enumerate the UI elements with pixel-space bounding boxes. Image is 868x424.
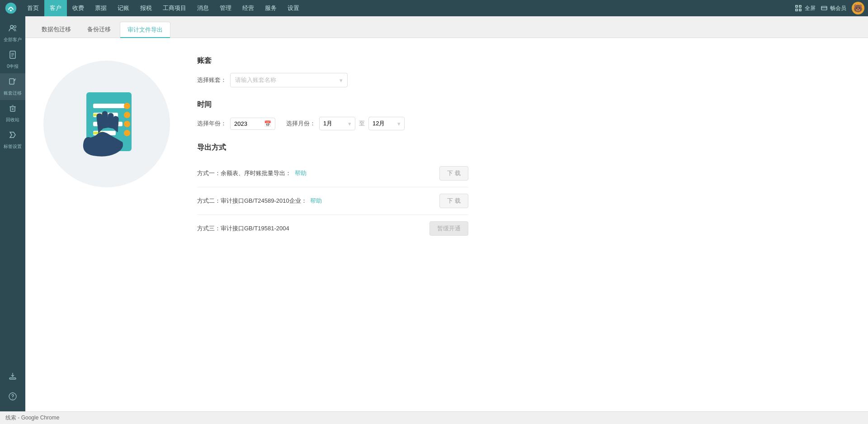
nav-settings[interactable]: 设置 <box>282 0 305 16</box>
svg-point-24 <box>124 112 130 118</box>
svg-point-9 <box>14 26 16 28</box>
svg-rect-6 <box>821 6 827 10</box>
sidebar-item-all-customers[interactable]: 全部客户 <box>0 20 25 47</box>
svg-rect-15 <box>9 378 16 379</box>
tag-settings-icon <box>8 130 17 142</box>
sidebar-label-all-customers: 全部客户 <box>4 37 22 43</box>
export-method-2-download-btn[interactable]: 下 载 <box>439 194 468 208</box>
svg-rect-4 <box>796 9 797 11</box>
tab-data-migrate[interactable]: 数据包迁移 <box>34 22 78 38</box>
recycle-icon <box>8 104 17 115</box>
year-input[interactable]: 2023 📅 <box>230 118 275 130</box>
export-method-1-download-btn[interactable]: 下 载 <box>439 166 468 181</box>
svg-rect-2 <box>796 5 797 7</box>
sidebar-item-account-migrate[interactable]: 账套迁移 <box>0 73 25 100</box>
svg-rect-5 <box>799 9 801 11</box>
month-start-value: 1月 <box>323 119 332 128</box>
time-row: 选择年份： 2023 📅 选择月份： 1月 ▾ 至 12月 ▾ <box>197 117 468 130</box>
export-method-1-label: 方式一：余额表、序时账批量导出： 帮助 <box>197 169 307 177</box>
svg-point-17 <box>12 398 13 399</box>
export-method-1: 方式一：余额表、序时账批量导出： 帮助 下 载 <box>197 160 468 187</box>
tabs-bar: 数据包迁移 备份迁移 审计文件导出 <box>25 16 868 38</box>
sidebar-label-account-migrate: 账套迁移 <box>4 90 22 96</box>
export-method-2-help[interactable]: 帮助 <box>310 197 322 204</box>
chevron-down-icon-month-start: ▾ <box>348 120 351 127</box>
svg-point-25 <box>124 121 130 127</box>
nav-business[interactable]: 工商项目 <box>157 0 192 16</box>
sidebar: 全部客户 0申报 账套迁移 <box>0 16 25 411</box>
svg-rect-19 <box>93 104 125 108</box>
sidebar-item-tag-settings[interactable]: 标签设置 <box>0 127 25 153</box>
nav-items: 首页 客户 收费 票据 记账 报税 工商项目 消息 管理 经营 服务 设置 <box>22 0 795 16</box>
hand-document-illustration <box>66 79 147 169</box>
nav-manage[interactable]: 管理 <box>214 0 237 16</box>
export-method-3-open-btn[interactable]: 暂缓开通 <box>429 221 468 236</box>
sidebar-label-recycle: 回收站 <box>6 117 19 123</box>
all-customers-icon <box>8 24 17 35</box>
account-migrate-icon <box>8 77 17 88</box>
sidebar-help-icon[interactable] <box>5 389 20 406</box>
status-text: 线索 - Google Chrome <box>5 414 59 422</box>
month-label: 选择月份： <box>286 119 316 128</box>
nav-bookkeeping[interactable]: 记账 <box>112 0 135 16</box>
chevron-down-icon-month-end: ▾ <box>397 120 401 127</box>
time-separator: 至 <box>359 119 365 128</box>
export-method-1-help[interactable]: 帮助 <box>295 170 307 176</box>
chevron-down-icon: ▾ <box>340 77 343 84</box>
account-select-placeholder: 请输入账套名称 <box>235 76 276 84</box>
user-avatar[interactable]: 🐻 <box>852 2 864 14</box>
export-method-3-label: 方式三：审计接口GB/T19581-2004 <box>197 224 289 233</box>
nav-service[interactable]: 服务 <box>259 0 282 16</box>
export-method-3: 方式三：审计接口GB/T19581-2004 暂缓开通 <box>197 215 468 242</box>
zero-declare-icon <box>8 50 17 62</box>
fullscreen-btn[interactable]: 全屏 <box>795 5 815 12</box>
svg-point-8 <box>10 25 13 28</box>
calendar-icon: 📅 <box>264 120 271 127</box>
svg-point-1 <box>10 10 12 12</box>
member-btn[interactable]: 畅会员 <box>821 5 846 12</box>
account-select-label: 选择账套： <box>197 76 226 84</box>
sidebar-label-tag-settings: 标签设置 <box>4 143 22 150</box>
status-bar: 线索 - Google Chrome <box>0 411 868 424</box>
account-select-row: 选择账套： 请输入账套名称 ▾ <box>197 73 468 87</box>
sidebar-item-recycle[interactable]: 回收站 <box>0 100 25 127</box>
svg-point-0 <box>5 3 17 14</box>
nav-home[interactable]: 首页 <box>22 0 44 16</box>
svg-rect-14 <box>9 79 14 84</box>
main-layout: 全部客户 0申报 账套迁移 <box>0 16 868 411</box>
sidebar-download-icon[interactable] <box>5 369 20 386</box>
year-label: 选择年份： <box>197 119 226 128</box>
nav-charge[interactable]: 收费 <box>67 0 90 16</box>
month-end-value: 12月 <box>373 119 385 128</box>
export-section-title: 导出方式 <box>197 143 468 152</box>
svg-point-26 <box>124 130 130 136</box>
form-area: 账套 选择账套： 请输入账套名称 ▾ 时间 选择年份： 2023 📅 <box>197 52 468 398</box>
nav-tax[interactable]: 报税 <box>135 0 157 16</box>
illustration-circle <box>43 61 170 187</box>
account-select[interactable]: 请输入账套名称 ▾ <box>230 73 348 87</box>
svg-point-23 <box>124 103 130 109</box>
tab-backup-migrate[interactable]: 备份迁移 <box>80 22 118 38</box>
illustration-area <box>43 52 170 398</box>
page-content: 账套 选择账套： 请输入账套名称 ▾ 时间 选择年份： 2023 📅 <box>25 38 868 411</box>
export-method-2-label: 方式二：审计接口GB/T24589-2010企业： 帮助 <box>197 197 322 205</box>
nav-message[interactable]: 消息 <box>192 0 214 16</box>
year-value: 2023 <box>234 120 247 127</box>
svg-rect-3 <box>799 5 801 7</box>
month-end-select[interactable]: 12月 ▾ <box>368 117 405 130</box>
sidebar-bottom <box>5 369 20 411</box>
sidebar-label-zero-declare: 0申报 <box>7 63 19 70</box>
account-section-title: 账套 <box>197 56 468 66</box>
export-method-2: 方式二：审计接口GB/T24589-2010企业： 帮助 下 载 <box>197 187 468 215</box>
nav-operate[interactable]: 经营 <box>237 0 259 16</box>
month-start-select[interactable]: 1月 ▾ <box>319 117 355 130</box>
app-logo <box>4 1 18 15</box>
content-area: 数据包迁移 备份迁移 审计文件导出 <box>25 16 868 411</box>
nav-invoice[interactable]: 票据 <box>90 0 112 16</box>
time-section-title: 时间 <box>197 100 468 110</box>
top-navbar: 首页 客户 收费 票据 记账 报税 工商项目 消息 管理 经营 服务 设置 全屏 <box>0 0 868 16</box>
nav-customer[interactable]: 客户 <box>44 0 67 16</box>
tab-audit-export[interactable]: 审计文件导出 <box>120 22 170 38</box>
top-nav-right: 全屏 畅会员 🐻 <box>795 2 864 14</box>
sidebar-item-zero-declare[interactable]: 0申报 <box>0 47 25 73</box>
